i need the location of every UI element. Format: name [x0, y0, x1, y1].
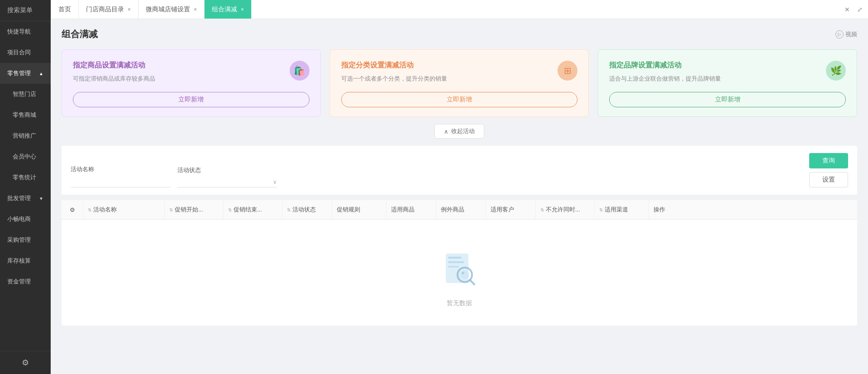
sidebar-item-purchase-mgmt[interactable]: 采购管理 [0, 230, 51, 250]
th-label: 促销开始... [175, 206, 203, 214]
th-channel: ⇅ 适用渠道 [595, 200, 649, 219]
tab-store-catalog[interactable]: 门店商品目录 × [79, 0, 138, 19]
page-content: 组合满减 ▷ 视频 指定商品设置满减活动 🛍️ 可指定滞销商品或库存较多商品 立… [51, 19, 868, 374]
th-action: 操作 [649, 200, 857, 219]
activity-status-select[interactable]: ∨ [177, 177, 277, 187]
sort-icon[interactable]: ⇅ [599, 207, 603, 212]
tab-combo-discount[interactable]: 组合满减 × [205, 0, 252, 19]
close-window-button[interactable]: ✕ [843, 5, 852, 14]
tab-home[interactable]: 首页 [51, 0, 79, 19]
add-category-discount-button[interactable]: 立即新增 [341, 92, 578, 107]
activity-name-field: 活动名称 [71, 165, 170, 187]
empty-state: 暂无数据 [62, 220, 857, 326]
card-icon-brand: 🌿 [826, 61, 846, 81]
th-label: 不允许同时... [546, 206, 580, 214]
sidebar-item-smart-store[interactable]: 智慧门店 [0, 84, 51, 105]
search-bar: 活动名称 活动状态 ∨ 查询 设置 [62, 146, 857, 195]
tab-label: 门店商品目录 [86, 5, 124, 14]
sidebar-item-label: 零售统计 [13, 173, 36, 182]
th-label: 适用客户 [491, 206, 514, 214]
add-brand-discount-button[interactable]: 立即新增 [609, 92, 846, 107]
sidebar-item-wholesale-mgmt[interactable]: 批发管理 ▼ [0, 188, 51, 209]
sort-icon[interactable]: ⇅ [169, 207, 173, 212]
sidebar-search[interactable]: 搜索菜单 [0, 0, 51, 21]
chevron-down-icon: ∨ [273, 179, 277, 185]
card-title-category: 指定分类设置满减活动 [341, 61, 578, 70]
activity-name-input[interactable] [71, 176, 170, 187]
sort-icon[interactable]: ⇅ [88, 207, 91, 212]
main-area: 首页 门店商品目录 × 微商城店铺设置 × 组合满减 × ✕ ⤢ 组合满减 ▷ … [51, 0, 868, 374]
tab-close-icon[interactable]: × [194, 6, 197, 13]
sidebar-item-capital-mgmt[interactable]: 资金管理 [0, 271, 51, 292]
card-desc-product: 可指定滞销商品或库存较多商品 [73, 75, 310, 83]
card-title-brand: 指定品牌设置满减活动 [609, 61, 846, 70]
query-button[interactable]: 查询 [809, 153, 848, 168]
tab-label: 组合满减 [212, 5, 237, 14]
sidebar-item-project-contract[interactable]: 项目合同 [0, 42, 51, 63]
chevron-down-icon: ▼ [39, 196, 43, 201]
gear-icon: ⚙ [70, 206, 75, 213]
th-gear[interactable]: ⚙ [62, 201, 83, 219]
th-customer: 适用客户 [486, 200, 536, 219]
sidebar-item-label: 快捷导航 [7, 28, 31, 36]
activity-name-label: 活动名称 [71, 165, 170, 173]
sidebar-item-label: 会员中心 [13, 153, 36, 161]
sidebar-bottom: ⚙ [0, 351, 51, 374]
activity-cards: 指定商品设置满减活动 🛍️ 可指定滞销商品或库存较多商品 立即新增 指定分类设置… [62, 49, 857, 117]
th-rule: 促销规则 [332, 200, 386, 219]
activity-status-label: 活动状态 [177, 166, 277, 174]
collapse-activity-button[interactable]: ∧ 收起活动 [434, 124, 484, 139]
table-container: ⚙ ⇅ 活动名称 ⇅ 促销开始... ⇅ 促销结束... ⇅ 活动状态 [62, 200, 857, 326]
sidebar-item-label: 智慧门店 [13, 90, 36, 98]
search-actions: 查询 设置 [809, 153, 848, 187]
play-icon: ▷ [835, 30, 844, 38]
sidebar-item-inventory-calc[interactable]: 库存核算 [0, 250, 51, 271]
sidebar-item-retail-stats[interactable]: 零售统计 [0, 167, 51, 188]
tab-label: 首页 [58, 5, 71, 14]
sidebar-item-xiaochangec[interactable]: 小畅电商 [0, 209, 51, 230]
activity-card-category: 指定分类设置满减活动 ⊞ 可选一个或者多个分类，提升分类的销量 立即新增 [330, 49, 589, 117]
tab-label: 微商城店铺设置 [146, 5, 190, 14]
tab-bar: 首页 门店商品目录 × 微商城店铺设置 × 组合满减 × ✕ ⤢ [51, 0, 868, 19]
sidebar-item-marketing[interactable]: 营销推广 [0, 125, 51, 146]
th-label: 例外商品 [441, 206, 464, 214]
empty-text: 暂无数据 [62, 299, 857, 307]
tab-close-icon[interactable]: × [241, 6, 244, 13]
th-except-goods: 例外商品 [436, 200, 486, 219]
sidebar-item-retail-mall[interactable]: 零售商城 [0, 105, 51, 125]
sort-icon[interactable]: ⇅ [287, 207, 291, 212]
sidebar-item-label: 小畅电商 [7, 215, 31, 223]
th-label: 活动名称 [93, 206, 117, 214]
tab-close-icon[interactable]: × [128, 6, 131, 13]
video-link[interactable]: ▷ 视频 [835, 30, 857, 38]
expand-window-button[interactable]: ⤢ [855, 5, 864, 14]
chevron-up-icon: ▲ [39, 71, 43, 76]
svg-rect-1 [448, 257, 462, 259]
tab-wechat-store-settings[interactable]: 微商城店铺设置 × [138, 0, 205, 19]
th-activity-name: ⇅ 活动名称 [83, 200, 165, 219]
add-product-discount-button[interactable]: 立即新增 [73, 92, 310, 107]
gear-icon[interactable]: ⚙ [22, 358, 29, 367]
collapse-bar: ∧ 收起活动 [62, 124, 857, 139]
sidebar-item-label: 库存核算 [7, 257, 31, 265]
window-controls: ✕ ⤢ [843, 5, 868, 14]
sidebar-item-retail-mgmt[interactable]: 零售管理 ▲ [0, 63, 51, 84]
empty-icon [437, 247, 482, 292]
sort-icon[interactable]: ⇅ [228, 207, 232, 212]
sidebar-item-label: 零售管理 [7, 69, 31, 77]
sort-icon[interactable]: ⇅ [540, 207, 544, 212]
sidebar-item-membership[interactable]: 会员中心 [0, 146, 51, 167]
th-goods: 适用商品 [386, 200, 436, 219]
svg-line-6 [470, 280, 474, 284]
video-label: 视频 [845, 30, 857, 38]
th-label: 活动状态 [292, 206, 316, 214]
sidebar-item-label: 项目合同 [7, 48, 31, 57]
th-promo-start: ⇅ 促销开始... [165, 200, 224, 219]
page-title: 组合满减 [62, 28, 98, 40]
collapse-label: 收起活动 [451, 127, 475, 135]
sidebar: 搜索菜单 快捷导航 项目合同 零售管理 ▲ 智慧门店 零售商城 营销推广 会员中… [0, 0, 51, 374]
sidebar-item-quick-nav[interactable]: 快捷导航 [0, 21, 51, 42]
settings-button[interactable]: 设置 [809, 172, 848, 187]
card-icon-product: 🛍️ [290, 61, 310, 81]
th-status: ⇅ 活动状态 [282, 200, 332, 219]
